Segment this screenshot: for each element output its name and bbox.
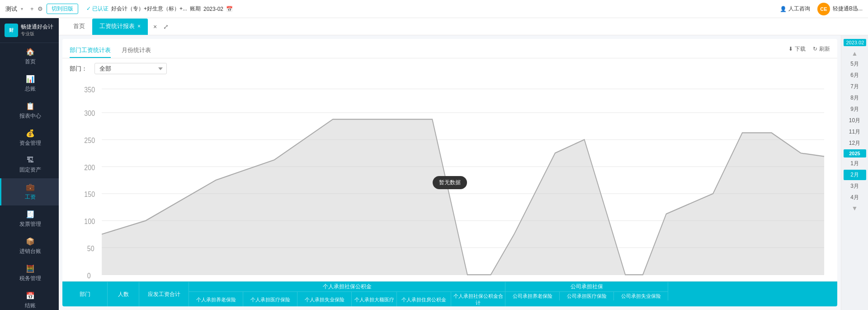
sidebar-logo: 财 畅捷通好会计 专业版 — [0, 18, 59, 43]
sidebar-item-salary[interactable]: 💼 工资 — [0, 178, 59, 205]
sidebar-item-label: 税务管理 — [19, 275, 41, 282]
refresh-button[interactable]: ↻ 刷新 — [813, 45, 830, 53]
maximize-window-button[interactable]: ⤢ — [162, 23, 170, 30]
sidebar-item-tax[interactable]: 🧮 税务管理 — [0, 260, 59, 287]
tab-close-icon[interactable]: × — [137, 23, 141, 29]
chart-tooltip: 暂无数据 — [433, 176, 467, 189]
tab-home[interactable]: 首页 — [66, 19, 92, 35]
month-9[interactable]: 9月 — [844, 104, 866, 114]
th-dept: 部门 — [62, 282, 108, 306]
th-company-group: 公司承担社保 公司承担养老保险 公司承担医疗保险 公司承担失业保险 — [505, 282, 668, 306]
th-company-old-age: 公司承担养老保险 — [505, 292, 560, 300]
scroll-down-button[interactable]: ▼ — [844, 204, 866, 213]
switch-old-button[interactable]: 切到旧版 — [47, 4, 78, 14]
user-area: CE 轻捷通B迅... — [817, 3, 863, 15]
month-7[interactable]: 7月 — [844, 81, 866, 92]
month-8[interactable]: 8月 — [844, 93, 866, 103]
content-area: 首页 工资统计报表 × × ⤢ 部门工资统计表 月份统计表 — [59, 18, 868, 310]
sidebar-item-assets[interactable]: 🏗 固定资产 — [0, 152, 59, 178]
sidebar-item-reports[interactable]: 📋 报表中心 — [0, 97, 59, 124]
th-company-medical: 公司承担医疗保险 — [560, 292, 614, 300]
download-label: 下载 — [795, 45, 806, 53]
calendar-icon[interactable]: 📅 — [226, 6, 233, 12]
svg-text:200: 200 — [84, 163, 95, 172]
period-value: 2023-02 — [203, 6, 223, 12]
help-button[interactable]: 👤 人工咨询 — [780, 5, 810, 13]
refresh-icon: ↻ — [813, 46, 817, 52]
sidebar-item-ledger[interactable]: 📊 总账 — [0, 70, 59, 97]
dept-label: 部门： — [70, 65, 87, 73]
svg-text:0: 0 — [87, 272, 91, 280]
invoice-icon: 🧾 — [26, 210, 35, 219]
salary-icon: 💼 — [26, 183, 35, 191]
th-personal-items: 个人承担养老保险 个人承担医疗保险 个人承担失业保险 个人承担大额医疗 个人承担… — [189, 292, 505, 306]
sidebar-item-label: 发票管理 — [19, 220, 41, 228]
month-2025-3[interactable]: 3月 — [844, 181, 866, 191]
th-personal-group-label: 个人承担社保公积金 — [189, 282, 505, 292]
sub-tab-actions: ⬇ 下载 ↻ 刷新 — [788, 45, 830, 57]
th-personal-housing-fund: 个人承担住房公积金 — [397, 292, 451, 306]
month-2025-1[interactable]: 1月 — [844, 158, 866, 169]
month-2025-4[interactable]: 4月 — [844, 192, 866, 203]
th-headcount: 人数 — [108, 282, 139, 306]
logo-icon: 财 — [5, 24, 18, 37]
avatar-text: CE — [820, 6, 827, 12]
scroll-up-button[interactable]: ▲ — [844, 49, 866, 58]
year-2025-marker: 2025 — [844, 149, 866, 157]
svg-text:150: 150 — [84, 190, 95, 198]
tab-salary-label: 工资统计报表 — [99, 22, 135, 30]
sidebar-item-label: 总账 — [25, 85, 36, 93]
sidebar-item-invoice[interactable]: 🧾 发票管理 — [0, 205, 59, 233]
th-personal-unemployment: 个人承担失业保险 — [297, 292, 352, 306]
top-header: 测试 ▾ + ⚙ 切到旧版 ✓ 已认证 好会计（专）+好生意（标）+... 账期… — [0, 0, 868, 18]
th-personal-group: 个人承担社保公积金 个人承担养老保险 个人承担医疗保险 个人承担失业保险 个人承… — [189, 282, 505, 306]
header-tags: ✓ 已认证 好会计（专）+好生意（标）+... 账期 2023-02 📅 — [86, 5, 233, 13]
sidebar-item-funds[interactable]: 💰 资金管理 — [0, 124, 59, 152]
sub-tab-dept[interactable]: 部门工资统计表 — [70, 43, 111, 58]
tab-bar: 首页 工资统计报表 × × ⤢ — [59, 18, 868, 35]
tax-icon: 🧮 — [26, 264, 35, 273]
sidebar-item-home[interactable]: 🏠 首页 — [0, 43, 59, 70]
main-layout: 财 畅捷通好会计 专业版 🏠 首页 📊 总账 📋 报表中心 💰 资金管理 — [0, 18, 868, 310]
svg-text:50: 50 — [87, 244, 94, 253]
settings-icon[interactable]: ⚙ — [38, 5, 43, 12]
sidebar-item-label: 工资 — [25, 193, 36, 201]
sales-icon: 📦 — [26, 237, 35, 246]
logo-sub: 专业版 — [21, 31, 53, 37]
period-label: 账期 — [190, 5, 201, 13]
logo-text-area: 畅捷通好会计 专业版 — [21, 24, 53, 37]
th-company-group-label: 公司承担社保 — [505, 282, 668, 292]
month-10[interactable]: 10月 — [844, 115, 866, 126]
month-2025-2[interactable]: 2月 — [844, 170, 866, 180]
sub-tab-dept-label: 部门工资统计表 — [70, 47, 111, 53]
add-button[interactable]: + — [30, 5, 34, 12]
funds-icon: 💰 — [26, 129, 35, 138]
th-personal-major-medical: 个人承担大额医疗 — [352, 292, 397, 306]
sidebar-item-close[interactable]: 📅 结账 — [0, 287, 59, 310]
month-12[interactable]: 12月 — [844, 138, 866, 148]
company-dropdown-icon[interactable]: ▾ — [21, 6, 23, 11]
month-11[interactable]: 11月 — [844, 127, 866, 137]
month-5[interactable]: 5月 — [844, 59, 866, 69]
sub-tab-month[interactable]: 月份统计表 — [122, 43, 151, 58]
sub-tab-month-label: 月份统计表 — [122, 47, 151, 53]
avatar[interactable]: CE — [817, 3, 830, 15]
svg-text:250: 250 — [84, 136, 95, 144]
sidebar-item-label: 固定资产 — [19, 166, 41, 174]
table-header: 部门 人数 应发工资合计 个人承担社保公积金 个人承担养老保险 — [62, 281, 837, 306]
sub-tabs: 部门工资统计表 月份统计表 ⬇ 下载 ↻ 刷新 — [62, 39, 837, 58]
th-company-unemployment: 公司承担失业保险 — [614, 292, 668, 300]
sidebar-item-sales[interactable]: 📦 进销台账 — [0, 233, 59, 260]
refresh-label: 刷新 — [819, 45, 830, 53]
close-window-button[interactable]: × — [151, 23, 159, 30]
th-personal-medical: 个人承担医疗保险 — [243, 292, 297, 306]
dept-select[interactable]: 全部 财务部 行政部 销售部 — [94, 63, 167, 74]
month-6[interactable]: 6月 — [844, 70, 866, 81]
svg-text:100: 100 — [84, 217, 95, 225]
tab-salary[interactable]: 工资统计报表 × — [92, 19, 148, 35]
account-tags: 好会计（专）+好生意（标）+... — [111, 5, 187, 13]
sidebar-nav: 🏠 首页 📊 总账 📋 报表中心 💰 资金管理 🏗 固定资产 💼 工资 — [0, 43, 59, 310]
download-button[interactable]: ⬇ 下载 — [788, 45, 806, 53]
th-personal-old-age: 个人承担养老保险 — [189, 292, 243, 306]
header-actions: + ⚙ 切到旧版 — [30, 4, 78, 14]
